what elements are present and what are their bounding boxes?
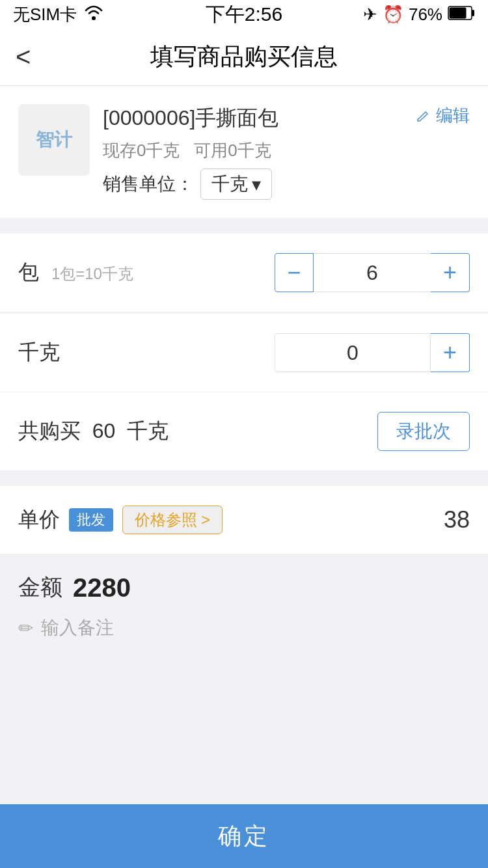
price-ref-arrow: >: [201, 511, 210, 529]
remark-row[interactable]: ✏ 输入备注: [18, 616, 470, 640]
product-info: [0000006]手撕面包 编辑 现存0千克 可用0千克 销售单位： 千克 ▾: [103, 104, 470, 200]
summary-row: 共购买 60 千克 录批次: [0, 392, 488, 470]
spacer2: [0, 478, 488, 486]
kg-quantity-input[interactable]: [275, 333, 431, 372]
pencil-icon: ✏: [18, 617, 33, 639]
dropdown-icon: ▾: [252, 174, 261, 195]
bottom-spacer: [0, 653, 488, 717]
status-left: 无SIM卡: [13, 3, 104, 26]
price-section: 单价 批发 价格参照 > 38: [0, 486, 488, 554]
price-tag-pifa: 批发: [69, 508, 113, 532]
product-card: 智计 [0000006]手撕面包 编辑 现存0千克 可用0千克 销售单位： 千克…: [0, 86, 488, 218]
bao-hint: 1包=10千克: [51, 265, 133, 282]
back-button[interactable]: <: [16, 42, 31, 72]
bao-quantity-input[interactable]: [314, 253, 431, 292]
price-label: 单价: [18, 506, 60, 534]
summary-text: 共购买 60 千克: [18, 417, 169, 446]
carrier-text: 无SIM卡: [13, 3, 77, 26]
status-right: ✈ ⏰ 76%: [363, 5, 475, 25]
product-logo: 智计: [36, 128, 72, 152]
bao-quantity-section: 包 1包=10千克 − +: [0, 234, 488, 312]
batch-button[interactable]: 录批次: [377, 412, 470, 451]
unit-select[interactable]: 千克 ▾: [200, 169, 272, 200]
product-header: [0000006]手撕面包 编辑: [103, 104, 470, 133]
bao-label-group: 包 1包=10千克: [18, 258, 133, 287]
bao-label: 包: [18, 260, 39, 284]
nav-bar: < 填写商品购买信息: [0, 29, 488, 86]
amount-section: 金额 2280 ✏ 输入备注: [0, 554, 488, 653]
kg-label: 千克: [18, 338, 60, 367]
amount-value: 2280: [73, 573, 131, 603]
product-image: 智计: [18, 104, 90, 176]
product-unit-row: 销售单位： 千克 ▾: [103, 169, 470, 200]
kg-quantity-row: 千克 +: [18, 333, 470, 372]
kg-quantity-section: 千克 +: [0, 314, 488, 392]
wifi-icon: [83, 5, 104, 25]
svg-rect-2: [450, 7, 467, 18]
amount-row: 金额 2280: [18, 573, 470, 603]
battery-icon: [448, 5, 475, 25]
bao-quantity-control: − +: [275, 253, 470, 292]
location-icon: ✈: [363, 5, 377, 25]
price-ref-button[interactable]: 价格参照 >: [122, 506, 223, 534]
bao-decrement-button[interactable]: −: [275, 253, 314, 292]
kg-quantity-control: +: [275, 333, 470, 372]
bao-quantity-row: 包 1包=10千克 − +: [18, 253, 470, 292]
remark-placeholder: 输入备注: [41, 616, 114, 640]
amount-label: 金额: [18, 573, 62, 603]
svg-rect-1: [472, 10, 474, 16]
price-left: 单价 批发 价格参照 >: [18, 506, 223, 534]
status-bar: 无SIM卡 下午2:56 ✈ ⏰ 76%: [0, 0, 488, 29]
battery-text: 76%: [409, 5, 442, 25]
bao-increment-button[interactable]: +: [431, 253, 470, 292]
product-stock: 现存0千克 可用0千克: [103, 139, 470, 162]
price-value: 38: [444, 506, 470, 534]
spacer1: [0, 226, 488, 234]
edit-button[interactable]: 编辑: [416, 104, 470, 127]
page-title: 填写商品购买信息: [150, 41, 338, 73]
alarm-icon: ⏰: [383, 5, 403, 25]
product-name: [0000006]手撕面包: [103, 104, 416, 133]
kg-increment-button[interactable]: +: [431, 333, 470, 372]
confirm-button[interactable]: 确定: [0, 804, 488, 868]
status-time: 下午2:56: [206, 1, 282, 28]
